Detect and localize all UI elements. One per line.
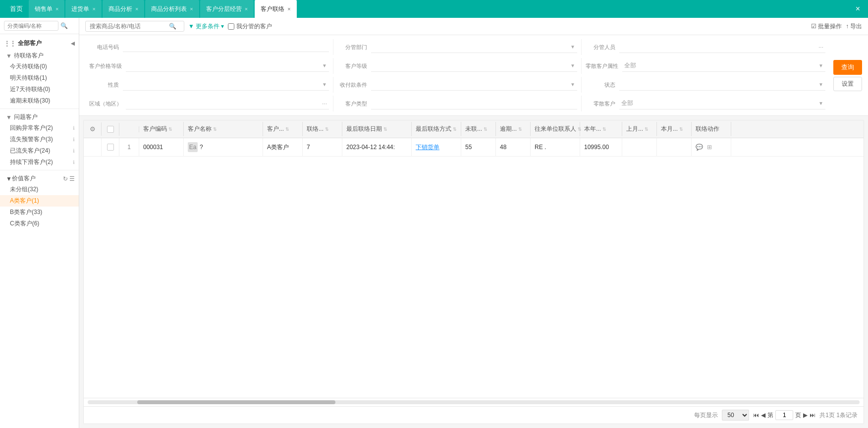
sidebar: 🔍 ⋮⋮ 全部客户 ◀ ▼ 待联络客户 今天待联络(0) 明天待联络(1) 近7… bbox=[0, 18, 79, 428]
tab-purchase[interactable]: 进货单 × bbox=[65, 0, 101, 18]
page-input[interactable] bbox=[775, 410, 793, 420]
phone-label: 电话号码 bbox=[89, 44, 119, 51]
sidebar-pending-section[interactable]: ▼ 待联络客户 bbox=[0, 50, 79, 61]
tab-product-list[interactable]: 商品分析列表 × bbox=[145, 0, 199, 18]
refresh-icon[interactable]: ↻ bbox=[63, 175, 68, 182]
tab-product-analysis[interactable]: 商品分析 × bbox=[103, 0, 144, 18]
sidebar-item-abnormal[interactable]: 回购异常客户(2) ℹ bbox=[0, 122, 79, 134]
th-contact[interactable]: 联络... ⇅ bbox=[303, 122, 342, 136]
status-select[interactable]: ▼ bbox=[619, 79, 825, 91]
filter-search-icon[interactable]: 🔍 bbox=[169, 23, 176, 30]
first-page-icon[interactable]: ⏮ bbox=[753, 412, 759, 419]
export-button[interactable]: ↑ 导出 bbox=[846, 22, 862, 31]
customer-type-select[interactable] bbox=[371, 98, 577, 109]
row-checkbox[interactable] bbox=[107, 144, 114, 151]
collapse-icon[interactable]: ◀ bbox=[71, 41, 75, 46]
dept-select[interactable]: ▼ bbox=[371, 41, 577, 53]
person-dots-icon[interactable]: ··· bbox=[818, 44, 823, 51]
price-level-select[interactable]: ▼ bbox=[126, 60, 329, 72]
table-footer: 每页显示 50 20 100 ⏮ ◀ 第 页 ▶ ⏭ 共1页 1条记录 bbox=[84, 406, 864, 424]
close-purchase-tab-icon[interactable]: × bbox=[92, 6, 95, 12]
th-code[interactable]: 客户编码 ⇅ bbox=[139, 122, 184, 136]
th-last-date[interactable]: 最后联络日期 ⇅ bbox=[342, 122, 412, 136]
th-no-contact[interactable]: 未联... ⇅ bbox=[461, 122, 496, 136]
sidebar-item-warning[interactable]: 流失预警客户(3) ℹ bbox=[0, 134, 79, 145]
sidebar-item-declining[interactable]: 持续下滑客户(2) ℹ bbox=[0, 157, 79, 168]
close-product-analysis-tab-icon[interactable]: × bbox=[135, 6, 138, 12]
add-icon[interactable]: ☰ bbox=[69, 175, 75, 182]
scroll-track[interactable] bbox=[88, 400, 860, 404]
settings-button[interactable]: 设置 bbox=[833, 77, 862, 91]
th-this-year[interactable]: 本年... ⇅ bbox=[580, 122, 622, 136]
prev-page-icon[interactable]: ◀ bbox=[761, 412, 765, 419]
close-customer-tier-tab-icon[interactable]: × bbox=[245, 6, 248, 12]
th-overdue-label: 逾期... bbox=[500, 125, 517, 133]
sidebar-item-overdue[interactable]: 逾期未联络(30) bbox=[0, 95, 79, 107]
last-page-icon[interactable]: ⏭ bbox=[810, 412, 815, 419]
sidebar-item-tomorrow[interactable]: 明天待联络(1) bbox=[0, 72, 79, 84]
per-page-select[interactable]: 50 20 100 bbox=[722, 410, 749, 421]
tab-customer-tier[interactable]: 客户分层经营 × bbox=[200, 0, 254, 18]
th-check[interactable] bbox=[102, 123, 119, 136]
th-last-month[interactable]: 上月... ⇅ bbox=[622, 122, 657, 136]
home-button[interactable]: 首页 bbox=[4, 0, 29, 18]
th-settings[interactable]: ⚙ bbox=[84, 122, 102, 136]
filter-row-2: 客户价格等级 ▼ 客户等级 ▼ bbox=[85, 58, 829, 74]
close-sales-tab-icon[interactable]: × bbox=[55, 6, 58, 12]
tab-customer-contact[interactable]: 客户联络 × bbox=[255, 0, 296, 18]
scroll-thumb[interactable] bbox=[137, 400, 335, 404]
td-check[interactable] bbox=[102, 138, 119, 156]
sidebar-item-b-class[interactable]: B类客户(33) bbox=[0, 207, 79, 218]
next-page-icon[interactable]: ▶ bbox=[803, 412, 808, 419]
filter-row-3: 性质 ▼ 收付款条件 ▼ bbox=[85, 77, 829, 93]
pay-select[interactable]: ▼ bbox=[371, 79, 577, 91]
area-dots-icon[interactable]: ··· bbox=[322, 100, 327, 107]
more-conditions-button[interactable]: ▼ 更多条件 ▾ bbox=[188, 22, 224, 31]
phone-input[interactable] bbox=[123, 43, 329, 52]
nature-select[interactable]: ▼ bbox=[123, 79, 329, 91]
customer-level-select[interactable]: ▼ bbox=[371, 60, 577, 72]
gear-icon[interactable]: ⚙ bbox=[90, 125, 96, 133]
sidebar-item-7days[interactable]: 近7天待联络(0) bbox=[0, 84, 79, 95]
sidebar-search-input[interactable] bbox=[4, 21, 58, 31]
close-customer-contact-tab-icon[interactable]: × bbox=[287, 6, 290, 12]
close-product-list-tab-icon[interactable]: × bbox=[190, 6, 193, 12]
filter-search-input[interactable] bbox=[90, 23, 169, 30]
sidebar-problem-section[interactable]: ▼ 问题客户 bbox=[0, 111, 79, 122]
sidebar-search-icon[interactable]: 🔍 bbox=[60, 22, 68, 29]
sidebar-all-customers[interactable]: ⋮⋮ 全部客户 ◀ bbox=[0, 37, 79, 50]
sidebar-item-lost[interactable]: 已流失客户(24) ℹ bbox=[0, 145, 79, 157]
row-no-contact: 55 bbox=[465, 144, 472, 151]
th-unit-contact[interactable]: 往来单位联系人 ⇅ bbox=[531, 122, 580, 136]
close-main-button[interactable]: × bbox=[852, 4, 864, 13]
my-customers-check: 我分管的客户 bbox=[228, 22, 272, 31]
my-customers-checkbox[interactable] bbox=[228, 23, 234, 30]
th-type[interactable]: 客户... ⇅ bbox=[263, 122, 303, 136]
check-icon: ☑ bbox=[811, 23, 816, 30]
th-this-month[interactable]: 本月... ⇅ bbox=[657, 122, 692, 136]
sidebar-item-today[interactable]: 今天待联络(0) bbox=[0, 61, 79, 72]
batch-op-button[interactable]: ☑ 批量操作 bbox=[811, 22, 842, 31]
header-checkbox[interactable] bbox=[107, 126, 114, 133]
chat-icon[interactable]: 💬 bbox=[696, 144, 703, 151]
td-unit-contact: RE . bbox=[531, 138, 580, 156]
query-button[interactable]: 查询 bbox=[833, 60, 862, 75]
row-last-method[interactable]: 下销货单 bbox=[416, 143, 439, 152]
td-no: 1 bbox=[119, 138, 139, 156]
person-select[interactable]: ··· bbox=[619, 41, 825, 53]
sidebar-item-a-class[interactable]: A类客户(1) bbox=[0, 195, 79, 207]
sidebar-item-c-class[interactable]: C类客户(6) bbox=[0, 218, 79, 229]
retail-customer-select[interactable]: 全部 ▼ bbox=[619, 98, 825, 109]
grid-icon[interactable]: ⊞ bbox=[707, 144, 712, 151]
filter-bar: 🔍 ▼ 更多条件 ▾ 我分管的客户 ☑ 批量操作 ↑ 导出 bbox=[79, 18, 868, 35]
th-action-label: 联络动作 bbox=[696, 125, 719, 133]
filter-buttons: 查询 设置 bbox=[829, 39, 862, 111]
advanced-filters: 电话号码 分管部门 ▼ 分管人员 bbox=[79, 35, 868, 116]
retail-attr-select[interactable]: 全部 ▼ bbox=[622, 60, 825, 72]
tab-sales[interactable]: 销售单 × bbox=[29, 0, 64, 18]
th-name[interactable]: 客户名称 ⇅ bbox=[184, 122, 263, 136]
th-last-method[interactable]: 最后联络方式 ⇅ bbox=[412, 122, 461, 136]
sidebar-item-ungroup[interactable]: 未分组(32) bbox=[0, 184, 79, 195]
area-select[interactable]: ··· bbox=[126, 98, 329, 109]
th-overdue[interactable]: 逾期... ⇅ bbox=[496, 122, 531, 136]
